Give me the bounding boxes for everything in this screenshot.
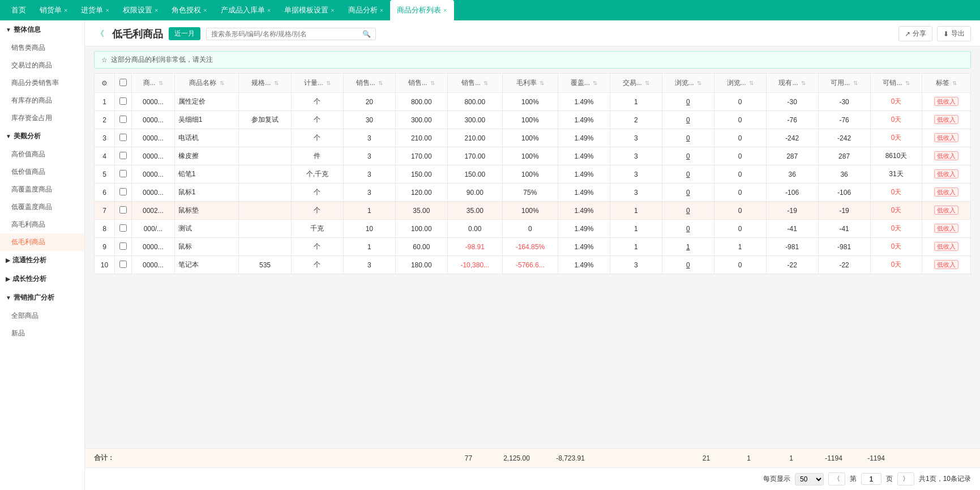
close-icon[interactable]: × bbox=[203, 7, 207, 14]
collapse-sidebar-button[interactable]: 《 bbox=[94, 28, 106, 40]
row-sales-qty: 1 bbox=[343, 238, 395, 256]
row-select-checkbox[interactable] bbox=[119, 97, 127, 105]
row-view2: 1 bbox=[714, 238, 766, 256]
close-icon[interactable]: × bbox=[155, 7, 158, 14]
row-select-checkbox[interactable] bbox=[119, 206, 127, 214]
row-sales-qty: 3 bbox=[343, 147, 395, 165]
row-avail: -19 bbox=[818, 202, 870, 220]
total-txn: 21 bbox=[691, 454, 722, 462]
close-icon[interactable]: × bbox=[64, 7, 67, 14]
sidebar-group-overall[interactable]: ▼ 整体信息 bbox=[0, 20, 84, 39]
sidebar-item-high-margin[interactable]: 高毛利商品 bbox=[0, 216, 84, 233]
sidebar-item-traded-goods[interactable]: 交易过的商品 bbox=[0, 57, 84, 74]
row-select-checkbox[interactable] bbox=[119, 188, 127, 195]
row-view2: 0 bbox=[714, 129, 766, 147]
sidebar-item-low-coverage[interactable]: 低覆盖度商品 bbox=[0, 198, 84, 216]
row-gross-rate: -164.85% bbox=[502, 238, 558, 256]
nav-product-entry[interactable]: 产成品入库单 × bbox=[214, 0, 277, 20]
row-select-checkbox[interactable] bbox=[119, 242, 127, 250]
sidebar-group-liquidity[interactable]: ▶ 流通性分析 bbox=[0, 251, 84, 270]
row-stock: -242 bbox=[766, 129, 818, 147]
sidebar-item-category-sales[interactable]: 商品分类销售率 bbox=[0, 74, 84, 92]
page-input[interactable] bbox=[861, 473, 881, 485]
close-icon[interactable]: × bbox=[105, 7, 109, 14]
search-box: 🔍 bbox=[206, 28, 376, 40]
close-icon[interactable]: × bbox=[331, 7, 334, 14]
row-gross-rate: -5766.6... bbox=[502, 256, 558, 274]
row-select-checkbox[interactable] bbox=[119, 224, 127, 232]
row-spec bbox=[239, 184, 292, 202]
sidebar-item-all-goods[interactable]: 全部商品 bbox=[0, 307, 84, 325]
nav-role-auth[interactable]: 角色授权 × bbox=[165, 0, 213, 20]
col-header-avail: 可用... ⇅ bbox=[818, 74, 870, 93]
export-button[interactable]: ⬇ 导出 bbox=[937, 26, 971, 41]
row-stock: -981 bbox=[766, 238, 818, 256]
nav-home[interactable]: 首页 bbox=[5, 0, 33, 20]
row-code: 0000... bbox=[132, 147, 175, 165]
row-avail: 287 bbox=[818, 147, 870, 165]
nav-purchase[interactable]: 进货单 × bbox=[74, 0, 115, 20]
nav-product-analysis-list[interactable]: 商品分析列表 × bbox=[390, 0, 453, 20]
sidebar-item-high-coverage[interactable]: 高覆盖度商品 bbox=[0, 181, 84, 198]
nav-permissions[interactable]: 权限设置 × bbox=[116, 0, 165, 20]
row-select-checkbox[interactable] bbox=[119, 170, 127, 177]
sidebar-group-marketing[interactable]: ▼ 营销推广分析 bbox=[0, 288, 84, 307]
nav-product-analysis[interactable]: 商品分析 × bbox=[341, 0, 390, 20]
row-checkbox[interactable] bbox=[115, 220, 132, 238]
row-view1: 0 bbox=[662, 129, 714, 147]
nav-template-settings[interactable]: 单据模板设置 × bbox=[277, 0, 341, 20]
row-avail: -22 bbox=[818, 256, 870, 274]
select-all-checkbox[interactable] bbox=[119, 79, 127, 86]
close-icon[interactable]: × bbox=[443, 7, 447, 14]
row-tag: 低收入 bbox=[922, 111, 971, 129]
row-checkbox[interactable] bbox=[115, 184, 132, 202]
nav-sales[interactable]: 销货单 × bbox=[33, 0, 74, 20]
row-txn: 3 bbox=[610, 147, 662, 165]
row-select-checkbox[interactable] bbox=[119, 134, 127, 141]
row-select-checkbox[interactable] bbox=[119, 152, 127, 159]
col-header-checkbox[interactable] bbox=[115, 74, 132, 93]
col-header-name: 商品名称 ⇅ bbox=[174, 74, 238, 93]
close-icon[interactable]: × bbox=[267, 7, 271, 14]
table-footer: 合计： 77 2,125.00 -8,723.91 21 1 1 -1194 -… bbox=[85, 448, 980, 467]
row-checkbox[interactable] bbox=[115, 129, 132, 147]
col-header-view2: 浏览... ⇅ bbox=[714, 74, 766, 93]
sidebar-group-growth[interactable]: ▶ 成长性分析 bbox=[0, 270, 84, 288]
row-checkbox[interactable] bbox=[115, 147, 132, 165]
row-coverage: 1.49% bbox=[558, 147, 610, 165]
per-page-select[interactable]: 50 10 20 100 bbox=[795, 473, 824, 485]
table-row: 2 0000... 吴细细1 参加复试 个 30 300.00 300.00 1… bbox=[95, 111, 971, 129]
row-checkbox[interactable] bbox=[115, 165, 132, 184]
search-icon[interactable]: 🔍 bbox=[362, 30, 371, 38]
total-view2: 1 bbox=[776, 454, 807, 462]
sidebar-item-sales-goods[interactable]: 销售类商品 bbox=[0, 39, 84, 57]
row-sales-price: 35.00 bbox=[395, 202, 447, 220]
close-icon[interactable]: × bbox=[380, 7, 383, 14]
row-txn: 3 bbox=[610, 165, 662, 184]
row-checkbox[interactable] bbox=[115, 238, 132, 256]
sidebar-item-low-value[interactable]: 低价值商品 bbox=[0, 163, 84, 181]
row-checkbox[interactable] bbox=[115, 93, 132, 111]
share-button[interactable]: ↗ 分享 bbox=[898, 26, 932, 41]
prev-page-button[interactable]: 〈 bbox=[828, 472, 845, 485]
row-select-checkbox[interactable] bbox=[119, 116, 127, 123]
search-input[interactable] bbox=[211, 30, 362, 38]
sidebar-item-high-value[interactable]: 高价值商品 bbox=[0, 146, 84, 163]
sidebar-group-beauty[interactable]: ▼ 美觀分析 bbox=[0, 127, 84, 146]
table-row: 3 0000... 电话机 个 3 210.00 210.00 100% 1.4… bbox=[95, 129, 971, 147]
col-header-saleable: 可销... ⇅ bbox=[870, 74, 922, 93]
next-page-button[interactable]: 〉 bbox=[897, 472, 914, 485]
pagination-summary: 共1页，10条记录 bbox=[919, 474, 971, 484]
row-checkbox[interactable] bbox=[115, 256, 132, 274]
row-select-checkbox[interactable] bbox=[119, 261, 127, 268]
settings-icon[interactable]: ⚙ bbox=[101, 79, 108, 87]
sidebar-item-new-goods[interactable]: 新品 bbox=[0, 325, 84, 342]
sidebar-item-in-stock[interactable]: 有库存的商品 bbox=[0, 92, 84, 109]
row-checkbox[interactable] bbox=[115, 111, 132, 129]
row-checkbox[interactable] bbox=[115, 202, 132, 220]
sidebar-item-capital[interactable]: 库存资金占用 bbox=[0, 109, 84, 127]
col-header-settings[interactable]: ⚙ bbox=[95, 74, 115, 93]
row-spec bbox=[239, 129, 292, 147]
sidebar-item-low-margin[interactable]: 低毛利商品 bbox=[0, 233, 84, 251]
time-filter-button[interactable]: 近一月 bbox=[169, 27, 200, 40]
